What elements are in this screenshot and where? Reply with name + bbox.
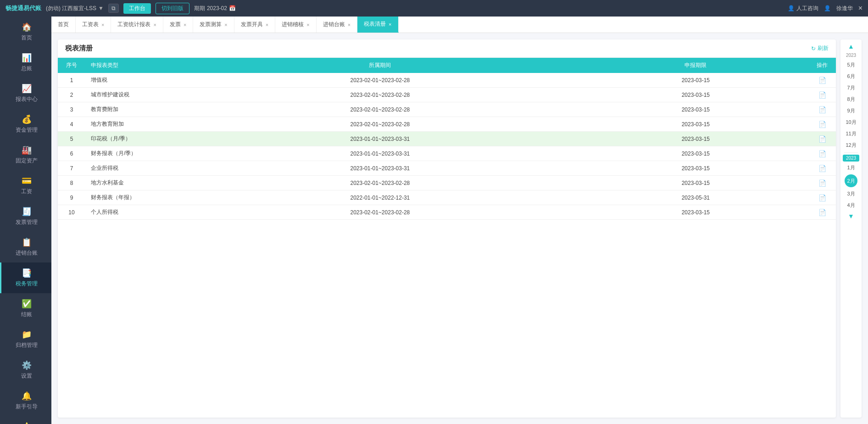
workbench-button[interactable]: 工作台 [123,3,151,14]
action-icon[interactable]: 📄 [818,121,826,128]
cell-period: 2022-01-01~2022-12-31 [177,190,583,205]
sidebar-item-invoice[interactable]: 🧾 发票管理 [0,201,51,232]
sidebar-item-guide[interactable]: 🔔 新手引导 [0,385,51,416]
table-row: 5 印花税（月/季） 2023-01-01~2023-03-31 2023-03… [58,132,836,146]
tab-tax-register-close[interactable]: × [389,22,391,27]
action-icon[interactable]: 📄 [818,209,826,216]
action-icon[interactable]: 📄 [818,106,826,113]
tab-home[interactable]: 首页 [51,17,76,33]
tab-tax-register[interactable]: 税表清册 × [357,17,398,33]
tab-salary-close[interactable]: × [101,22,104,28]
sidebar-item-salary[interactable]: 💳 工资 [0,170,51,201]
cal-month-11[interactable]: 11月 [843,128,859,139]
sidebar-item-purchase[interactable]: 📋 进销台账 [0,232,51,262]
action-icon[interactable]: 📄 [818,194,826,201]
archive-icon: 📁 [22,329,32,340]
tab-invoice-open-close[interactable]: × [266,22,268,28]
app-logo: 畅捷通易代账 [6,4,41,12]
cell-action[interactable]: 📄 [808,146,836,161]
content-area: 首页 工资表 × 工资统计报表 × 发票 × 发票测算 × 发票开具 × [51,17,868,424]
tab-salary-report[interactable]: 工资统计报表 × [111,17,163,33]
action-icon[interactable]: 📄 [818,150,826,157]
tab-salary[interactable]: 工资表 × [76,17,111,33]
cell-action[interactable]: 📄 [808,132,836,146]
tab-invoice[interactable]: 发票 × [163,17,193,33]
cal-month-7[interactable]: 7月 [843,83,859,93]
cell-seq: 1 [58,73,85,88]
action-icon[interactable]: 📄 [818,91,826,99]
cal-month-12[interactable]: 12月 [843,140,859,151]
sidebar-item-tax[interactable]: 📑 税务管理 [0,262,51,293]
action-icon[interactable]: 📄 [818,77,826,84]
cell-seq: 2 [58,88,85,102]
sidebar-label-settlement: 结账 [21,311,32,318]
col-action: 操作 [808,58,836,73]
cell-action[interactable]: 📄 [808,88,836,102]
sidebar-item-settlement[interactable]: ✅ 结账 [0,293,51,324]
sidebar-item-ledger[interactable]: 📊 总账 [0,47,51,78]
cal-month-4[interactable]: 4月 [843,200,859,211]
page-content: 税表清册 ↻ 刷新 序号 申报表类型 [51,33,868,424]
sidebar-item-report[interactable]: 📈 报表中心 [0,78,51,109]
switch-old-button[interactable]: 切到旧版 [156,3,189,14]
copy-button[interactable]: ⧉ [108,4,119,13]
calendar-icon[interactable]: 📅 [229,5,236,11]
cell-action[interactable]: 📄 [808,176,836,190]
tab-purchase-ledger[interactable]: 进销台账 × [317,17,357,33]
sidebar-item-member[interactable]: ⭐ 畅会员 [0,416,51,424]
tab-invoice-open[interactable]: 发票开具 × [234,17,275,33]
tab-invoice-check[interactable]: 发票测算 × [193,17,234,33]
cal-month-1[interactable]: 1月 [843,162,859,173]
user-avatar: 👤 [824,5,831,11]
cal-month-5[interactable]: 5月 [843,60,859,70]
tab-purchase-audit[interactable]: 进销稽核 × [275,17,316,33]
tab-purchase-ledger-close[interactable]: × [348,22,351,28]
cell-seq: 7 [58,161,85,176]
table-row: 6 财务报表（月/季） 2023-01-01~2023-03-31 2023-0… [58,146,836,161]
cal-month-2-active[interactable]: 2月 [845,174,857,187]
action-icon[interactable]: 📄 [818,165,826,172]
cell-action[interactable]: 📄 [808,102,836,117]
current-year-label: 2023 [843,155,859,162]
sidebar-item-asset[interactable]: 🏭 固定资产 [0,139,51,170]
invoice-icon: 🧾 [22,206,32,217]
action-icon[interactable]: 📄 [818,179,826,187]
cell-action[interactable]: 📄 [808,73,836,88]
cell-period: 2023-01-01~2023-03-31 [177,146,583,161]
cell-deadline: 2023-03-15 [583,176,808,190]
sidebar-item-settings[interactable]: ⚙️ 设置 [0,355,51,385]
cal-month-8[interactable]: 8月 [843,94,859,105]
refresh-button[interactable]: ↻ 刷新 [811,45,829,52]
cell-action[interactable]: 📄 [808,161,836,176]
ai-consult[interactable]: 👤 人工咨询 [788,5,818,12]
sidebar-item-fund[interactable]: 💰 资金管理 [0,109,51,139]
tab-invoice-close[interactable]: × [184,22,186,28]
main-panel: 税表清册 ↻ 刷新 序号 申报表类型 [58,39,836,418]
sidebar-item-home[interactable]: 🏠 首页 [0,17,51,47]
cal-month-3[interactable]: 3月 [843,189,859,199]
cal-month-10[interactable]: 10月 [843,117,859,128]
tab-purchase-audit-close[interactable]: × [306,22,309,28]
tab-salary-report-close[interactable]: × [153,22,156,28]
cell-type: 印花税（月/季） [85,132,177,146]
cell-action[interactable]: 📄 [808,205,836,220]
cell-seq: 5 [58,132,85,146]
cell-action[interactable]: 📄 [808,117,836,132]
refresh-label: 刷新 [818,45,829,52]
tab-invoice-check-close[interactable]: × [224,22,227,28]
cal-month-9[interactable]: 9月 [843,106,859,116]
cal-month-6[interactable]: 6月 [843,71,859,82]
sidebar-label-home: 首页 [21,34,32,42]
cal-nav-up[interactable]: ▲ [848,41,854,51]
table-row: 10 个人所得税 2023-02-01~2023-02-28 2023-03-1… [58,205,836,220]
sidebar-item-archive[interactable]: 📁 归档管理 [0,324,51,355]
cell-period: 2023-02-01~2023-02-28 [177,176,583,190]
top-close-icon[interactable]: × [858,4,862,12]
company-dropdown-icon[interactable]: ▼ [98,5,104,11]
cell-action[interactable]: 📄 [808,190,836,205]
company-name: (勿动) 江西服宜-LSS [46,5,96,12]
col-type: 申报表类型 [85,58,177,73]
cal-nav-down[interactable]: ▼ [848,211,854,221]
table-row: 9 财务报表（年报） 2022-01-01~2022-12-31 2023-05… [58,190,836,205]
action-icon[interactable]: 📄 [818,135,826,143]
